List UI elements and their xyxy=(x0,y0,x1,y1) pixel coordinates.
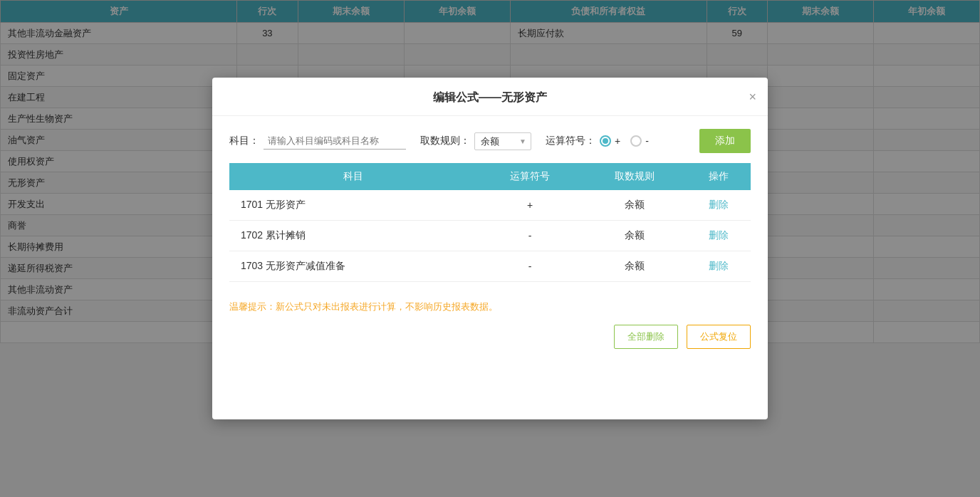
delete-link-1[interactable]: 删除 xyxy=(709,229,729,241)
radio-minus[interactable]: - xyxy=(630,135,649,147)
radio-plus-label: + xyxy=(615,135,620,147)
modal-cell-rule-0: 余额 xyxy=(582,190,687,221)
modal-th-action: 操作 xyxy=(687,163,751,190)
modal-cell-action-2: 删除 xyxy=(687,251,751,282)
modal-cell-action-0: 删除 xyxy=(687,190,751,221)
operator-radio-group: + - xyxy=(600,135,649,147)
radio-plus-circle xyxy=(600,135,611,147)
radio-minus-label: - xyxy=(645,135,649,147)
modal-table: 科目 运算符号 取数规则 操作 1701 无形资产+余额删除1702 累计摊销-… xyxy=(229,163,751,282)
modal-th-subject: 科目 xyxy=(229,163,478,190)
modal-footer: 全部删除 公式复位 xyxy=(212,325,768,349)
modal-cell-operator-1: - xyxy=(478,221,583,251)
modal-cell-subject-0: 1701 无形资产 xyxy=(229,190,478,221)
add-button[interactable]: 添加 xyxy=(699,129,751,153)
subject-input[interactable] xyxy=(264,132,406,150)
modal-title: 编辑公式——无形资产 xyxy=(433,91,547,103)
modal-th-operator: 运算符号 xyxy=(478,163,583,190)
modal-cell-operator-2: - xyxy=(478,251,583,282)
modal-table-row: 1703 无形资产减值准备-余额删除 xyxy=(229,251,751,282)
radio-plus[interactable]: + xyxy=(600,135,620,147)
delete-link-0[interactable]: 删除 xyxy=(709,199,729,210)
rule-label: 取数规则： xyxy=(420,135,470,147)
delete-link-2[interactable]: 删除 xyxy=(709,260,729,271)
edit-formula-modal: 编辑公式——无形资产 × 科目： 取数规则： 余额 借方 贷方 借方发生额 贷方… xyxy=(212,78,768,419)
modal-cell-subject-2: 1703 无形资产减值准备 xyxy=(229,251,478,282)
radio-minus-circle xyxy=(630,135,642,147)
rule-select[interactable]: 余额 借方 贷方 借方发生额 贷方发生额 xyxy=(474,132,531,150)
operator-label: 运算符号： xyxy=(546,135,595,147)
modal-table-wrapper: 科目 运算符号 取数规则 操作 1701 无形资产+余额删除1702 累计摊销-… xyxy=(229,163,751,282)
modal-cell-subject-1: 1702 累计摊销 xyxy=(229,221,478,251)
rule-group: 取数规则： 余额 借方 贷方 借方发生额 贷方发生额 ▼ xyxy=(420,132,531,150)
modal-cell-rule-2: 余额 xyxy=(582,251,687,282)
modal-cell-action-1: 删除 xyxy=(687,221,751,251)
reset-formula-button[interactable]: 公式复位 xyxy=(687,325,751,349)
warning-text: 温馨提示：新公式只对未出报表进行计算，不影响历史报表数据。 xyxy=(212,293,768,325)
modal-cell-rule-1: 余额 xyxy=(582,221,687,251)
delete-all-button[interactable]: 全部删除 xyxy=(614,325,678,349)
modal-th-rule: 取数规则 xyxy=(582,163,687,190)
modal-table-row: 1701 无形资产+余额删除 xyxy=(229,190,751,221)
form-row: 科目： 取数规则： 余额 借方 贷方 借方发生额 贷方发生额 ▼ 运算符号 xyxy=(212,116,768,163)
modal-close-button[interactable]: × xyxy=(749,90,756,103)
modal-overlay: 编辑公式——无形资产 × 科目： 取数规则： 余额 借方 贷方 借方发生额 贷方… xyxy=(0,0,980,497)
rule-select-wrapper: 余额 借方 贷方 借方发生额 贷方发生额 ▼ xyxy=(474,132,531,150)
subject-label: 科目： xyxy=(229,135,259,147)
modal-header: 编辑公式——无形资产 × xyxy=(212,78,768,116)
operator-group: 运算符号： + - xyxy=(546,135,649,147)
subject-group: 科目： xyxy=(229,132,406,150)
modal-cell-operator-0: + xyxy=(478,190,583,221)
modal-table-row: 1702 累计摊销-余额删除 xyxy=(229,221,751,251)
